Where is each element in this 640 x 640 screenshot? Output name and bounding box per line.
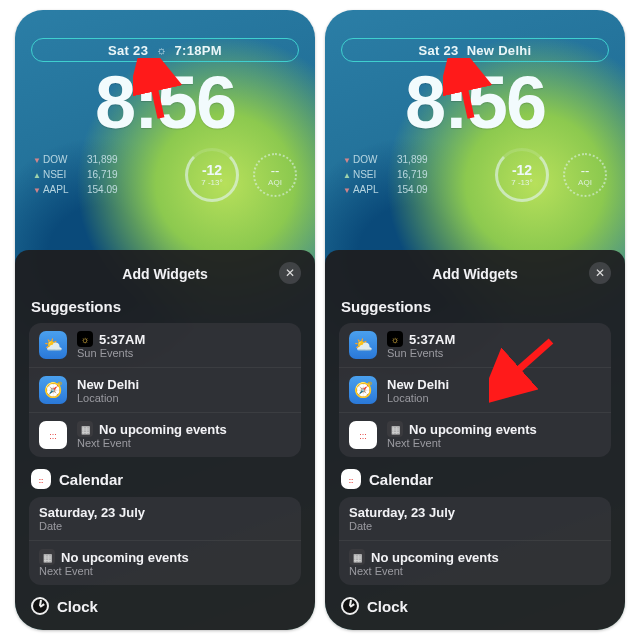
- widget-row: DOW31,899 NSEI16,719 AAPL154.09 -12 7 -1…: [325, 140, 625, 202]
- suggestion-sun-events[interactable]: ⛅ ☼5:37AMSun Events: [339, 323, 611, 367]
- phone-screenshot-left: Sat 23 ☼ 7:18PM 8:56 DOW31,899 NSEI16,71…: [15, 10, 315, 630]
- calendar-event-row[interactable]: ▦No upcoming eventsNext Event: [339, 540, 611, 585]
- suggestions-card: ⛅ ☼5:37AMSun Events 🧭 New DelhiLocation …: [29, 323, 301, 457]
- lock-screen-time: 8:56: [325, 66, 625, 140]
- date-widget-slot[interactable]: Sat 23 ☼ 7:18PM: [31, 38, 299, 62]
- event-icon: ▦: [349, 549, 365, 565]
- calendar-icon: ::: [341, 469, 361, 489]
- phone-screenshot-right: Sat 23 New Delhi 8:56 DOW31,899 NSEI16,7…: [325, 10, 625, 630]
- stocks-widget[interactable]: DOW31,899 NSEI16,719 AAPL154.09: [343, 153, 481, 198]
- date-extra: New Delhi: [467, 43, 532, 58]
- event-icon: ▦: [39, 549, 55, 565]
- suggestions-label: Suggestions: [341, 298, 611, 315]
- event-icon: ▦: [77, 421, 93, 437]
- suggestions-label: Suggestions: [31, 298, 301, 315]
- add-widgets-sheet: Add Widgets ✕ Suggestions ⛅ ☼5:37AMSun E…: [325, 250, 625, 630]
- compass-icon: 🧭: [39, 376, 67, 404]
- date-extra: 7:18PM: [175, 43, 222, 58]
- calendar-icon: :::: [349, 421, 377, 449]
- close-icon: ✕: [285, 266, 295, 280]
- calendar-section-label: :: Calendar: [31, 469, 301, 489]
- compass-icon: 🧭: [349, 376, 377, 404]
- suggestion-next-event[interactable]: ::: ▦No upcoming eventsNext Event: [339, 412, 611, 457]
- suggestion-sun-events[interactable]: ⛅ ☼5:37AMSun Events: [29, 323, 301, 367]
- sunset-icon: ☼: [156, 44, 166, 56]
- clock-icon: [341, 597, 359, 615]
- clock-section-label: Clock: [31, 597, 301, 615]
- close-button[interactable]: ✕: [279, 262, 301, 284]
- aqi-widget[interactable]: -- AQI: [563, 153, 607, 197]
- sun-icon: ☼: [387, 331, 403, 347]
- calendar-date-row[interactable]: Saturday, 23 JulyDate: [29, 497, 301, 540]
- weather-widget[interactable]: -12 7 -13°: [495, 148, 549, 202]
- lock-screen-time: 8:56: [15, 66, 315, 140]
- suggestion-location[interactable]: 🧭 New DelhiLocation: [339, 367, 611, 412]
- sun-icon: ☼: [77, 331, 93, 347]
- aqi-widget[interactable]: -- AQI: [253, 153, 297, 197]
- calendar-card: Saturday, 23 JulyDate ▦No upcoming event…: [339, 497, 611, 585]
- clock-icon: [31, 597, 49, 615]
- sheet-title: Add Widgets: [432, 266, 517, 282]
- calendar-icon: ::: [31, 469, 51, 489]
- calendar-event-row[interactable]: ▦No upcoming eventsNext Event: [29, 540, 301, 585]
- weather-icon: ⛅: [39, 331, 67, 359]
- stocks-widget[interactable]: DOW31,899 NSEI16,719 AAPL154.09: [33, 153, 171, 198]
- clock-section-label: Clock: [341, 597, 611, 615]
- calendar-date-row[interactable]: Saturday, 23 JulyDate: [339, 497, 611, 540]
- suggestions-card: ⛅ ☼5:37AMSun Events 🧭 New DelhiLocation …: [339, 323, 611, 457]
- weather-widget[interactable]: -12 7 -13°: [185, 148, 239, 202]
- calendar-icon: :::: [39, 421, 67, 449]
- weather-icon: ⛅: [349, 331, 377, 359]
- close-button[interactable]: ✕: [589, 262, 611, 284]
- date-text: Sat 23: [108, 43, 148, 58]
- widget-row: DOW31,899 NSEI16,719 AAPL154.09 -12 7 -1…: [15, 140, 315, 202]
- sheet-title: Add Widgets: [122, 266, 207, 282]
- suggestion-location[interactable]: 🧭 New DelhiLocation: [29, 367, 301, 412]
- calendar-card: Saturday, 23 JulyDate ▦No upcoming event…: [29, 497, 301, 585]
- date-text: Sat 23: [419, 43, 459, 58]
- add-widgets-sheet: Add Widgets ✕ Suggestions ⛅ ☼5:37AMSun E…: [15, 250, 315, 630]
- date-widget-slot[interactable]: Sat 23 New Delhi: [341, 38, 609, 62]
- event-icon: ▦: [387, 421, 403, 437]
- calendar-section-label: :: Calendar: [341, 469, 611, 489]
- close-icon: ✕: [595, 266, 605, 280]
- suggestion-next-event[interactable]: ::: ▦No upcoming eventsNext Event: [29, 412, 301, 457]
